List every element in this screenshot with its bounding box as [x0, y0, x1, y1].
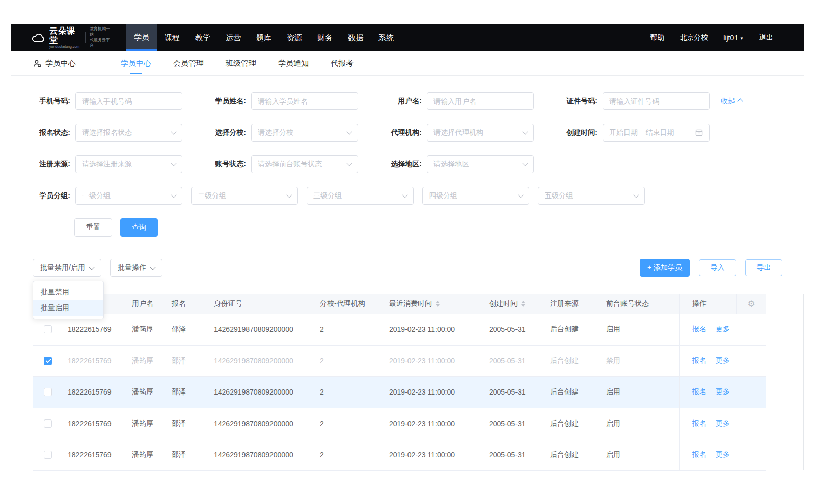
section-label: 学员中心 — [45, 59, 76, 68]
id-number-input[interactable] — [603, 92, 710, 110]
cell-last-consume-time: 2019-02-23 11:00:00 — [378, 439, 478, 470]
tab-proxy-exam[interactable]: 代报考 — [331, 51, 354, 75]
cell-reg-source: 后台创建 — [539, 314, 595, 345]
caret-down-icon: ▼ — [740, 36, 744, 41]
batch-operations-button[interactable]: 批量操作 — [110, 259, 162, 277]
cell-id-number: 14262919870809200000 — [203, 408, 309, 439]
user-menu[interactable]: lijt01▼ — [723, 34, 744, 42]
group-level1-select[interactable]: 一级分组 — [75, 187, 182, 205]
dropdown-item-batch-enable[interactable]: 批量启用 — [33, 300, 103, 316]
cell-enroll: 邵泽 — [160, 377, 203, 408]
more-link[interactable]: 更多 — [716, 419, 730, 428]
phone-input[interactable] — [75, 92, 182, 110]
collapse-filters-link[interactable]: 收起 — [721, 97, 742, 106]
cell-create-time: 2005-05-31 — [478, 377, 539, 408]
menu-item-courses[interactable]: 课程 — [157, 24, 187, 51]
menu-item-resources[interactable]: 资源 — [279, 24, 310, 51]
search-button[interactable]: 查询 — [120, 218, 158, 237]
row-checkbox[interactable] — [44, 357, 52, 365]
students-table: 用户名 报名 身份证号 分校-代理机构 最近消费时间 创建时间 注册来源 前台账… — [33, 294, 766, 471]
tab-member-management[interactable]: 会员管理 — [173, 51, 204, 75]
tab-student-notice[interactable]: 学员通知 — [278, 51, 309, 75]
table-header-row: 用户名 报名 身份证号 分校-代理机构 最近消费时间 创建时间 注册来源 前台账… — [33, 294, 766, 314]
table-row: 18222615769 潘筠厚 邵泽 14262919870809200000 … — [33, 377, 766, 408]
chevron-up-icon — [737, 98, 743, 104]
cell-phone: 18222615769 — [58, 408, 121, 439]
header-create-time: 创建时间 — [478, 294, 539, 314]
sub-navbar: 学员中心 学员中心 会员管理 班级管理 学员通知 代报考 — [11, 51, 804, 76]
more-link[interactable]: 更多 — [716, 387, 730, 397]
more-link[interactable]: 更多 — [716, 450, 730, 459]
row-checkbox[interactable] — [44, 451, 52, 459]
row-checkbox[interactable] — [44, 419, 52, 428]
table-row: 18222615769 潘筠厚 邵泽 14262919870809200000 … — [33, 314, 766, 346]
tab-class-management[interactable]: 班级管理 — [226, 51, 256, 75]
menu-item-question-bank[interactable]: 题库 — [249, 24, 279, 51]
filter-username: 用户名: — [384, 92, 534, 110]
enroll-link[interactable]: 报名 — [692, 419, 707, 428]
active-tab-underline — [130, 73, 142, 74]
account-status-select[interactable]: 请选择前台账号状态 — [251, 155, 358, 173]
chevron-down-icon — [633, 192, 639, 198]
filter-id-number: 证件号码: 收起 — [560, 92, 742, 110]
tab-student-center[interactable]: 学员中心 — [121, 51, 151, 75]
cell-enroll: 邵泽 — [160, 408, 203, 439]
dropdown-item-batch-disable[interactable]: 批量禁用 — [33, 284, 103, 300]
filter-create-time: 创建时间: 开始日期 – 结束日期 — [560, 124, 710, 142]
enroll-link[interactable]: 报名 — [692, 356, 707, 366]
id-number-label: 证件号码: — [560, 97, 597, 106]
sort-control[interactable] — [521, 299, 525, 309]
menu-item-students[interactable]: 学员 — [126, 24, 157, 51]
gear-icon[interactable]: ⚙ — [747, 300, 755, 309]
cloud-logo-icon — [31, 32, 46, 44]
export-button[interactable]: 导出 — [745, 259, 782, 276]
more-link[interactable]: 更多 — [716, 325, 730, 334]
cell-enroll: 邵泽 — [160, 346, 203, 377]
more-link[interactable]: 更多 — [716, 356, 730, 366]
group-level2-select[interactable]: 二级分组 — [191, 187, 298, 205]
region-select[interactable]: 请选择地区 — [427, 155, 534, 173]
reset-button[interactable]: 重置 — [74, 218, 112, 237]
enroll-link[interactable]: 报名 — [692, 387, 707, 397]
help-link[interactable]: 帮助 — [650, 33, 664, 42]
sort-control[interactable] — [436, 299, 440, 309]
branch-select[interactable]: 请选择分校 — [251, 124, 358, 142]
batch-ops-wrap: 批量操作 — [110, 259, 162, 277]
menu-item-teaching[interactable]: 教学 — [187, 24, 218, 51]
group-level5-select[interactable]: 五级分组 — [538, 187, 645, 205]
main-menu: 学员 课程 教学 运营 题库 资源 财务 数据 系统 — [126, 24, 401, 51]
import-button[interactable]: 导入 — [699, 259, 736, 276]
batch-disable-enable-button[interactable]: 批量禁用/启用 — [33, 259, 101, 277]
username-label: 用户名: — [384, 97, 422, 106]
menu-item-finance[interactable]: 财务 — [310, 24, 340, 51]
row-checkbox[interactable] — [44, 388, 52, 396]
cell-create-time: 2005-05-31 — [478, 439, 539, 470]
menu-item-data[interactable]: 数据 — [340, 24, 371, 51]
student-name-input[interactable] — [251, 92, 358, 110]
header-branch-agency: 分校-代理机构 — [309, 294, 378, 314]
chevron-down-icon — [89, 264, 94, 270]
group-level4-select[interactable]: 四级分组 — [422, 187, 529, 205]
row-checkbox[interactable] — [44, 325, 52, 333]
menu-item-operations[interactable]: 运营 — [218, 24, 249, 51]
top-navbar: 云朵课堂 yunduoketang.com 教育机构一站 式服务云平台 学员 课… — [11, 24, 804, 51]
logout-link[interactable]: 退出 — [759, 33, 773, 42]
add-student-button[interactable]: + 添加学员 — [640, 259, 690, 277]
header-id-number: 身份证号 — [203, 294, 309, 314]
reg-source-select[interactable]: 请选择注册来源 — [75, 155, 182, 173]
create-time-range-picker[interactable]: 开始日期 – 结束日期 — [603, 124, 710, 142]
enroll-status-select[interactable]: 请选择报名状态 — [75, 124, 182, 142]
agency-select[interactable]: 请选择代理机构 — [427, 124, 534, 142]
enroll-link[interactable]: 报名 — [692, 325, 707, 334]
header-reg-source: 注册来源 — [539, 294, 595, 314]
account-status-label: 账号状态: — [208, 160, 246, 169]
topnav-right: 帮助 北京分校 lijt01▼ 退出 — [650, 24, 804, 51]
branch-switcher[interactable]: 北京分校 — [680, 33, 708, 42]
calendar-icon — [695, 129, 703, 136]
menu-item-system[interactable]: 系统 — [371, 24, 401, 51]
group-level3-select[interactable]: 三级分组 — [307, 187, 414, 205]
username-input[interactable] — [427, 92, 534, 110]
enroll-link[interactable]: 报名 — [692, 450, 707, 459]
brand-name: 云朵课堂 — [49, 26, 81, 44]
sort-desc-icon — [436, 304, 440, 309]
